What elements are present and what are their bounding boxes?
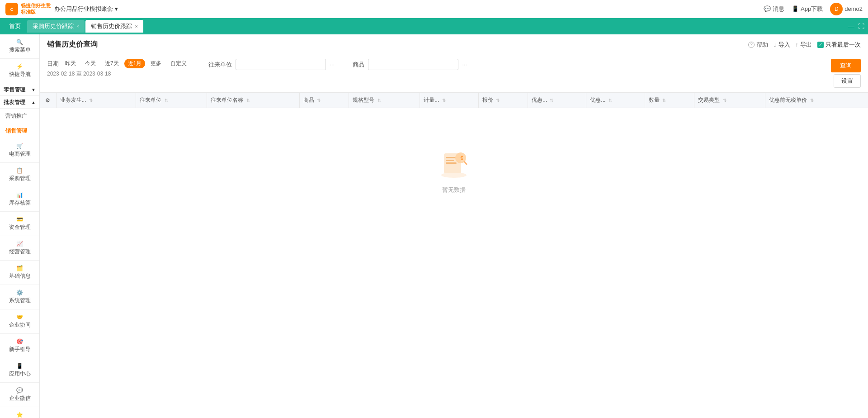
th-spec[interactable]: 规格型号 ⇅ [349,93,420,108]
date-options: 昨天 今天 近7天 近1月 更多 自定义 [61,59,190,68]
sidebar-item-quick-nav[interactable]: ⚡ 快捷导航 [0,59,39,83]
help-button[interactable]: ? 帮助 [748,41,768,49]
user-profile[interactable]: D demo2 [830,3,863,15]
expand-wholesale-icon: ▲ [31,100,36,105]
th-price[interactable]: 报价 ⇅ [478,93,528,108]
minimize-button[interactable]: — [848,23,854,30]
th-partner-code[interactable]: 往来单位 ⇅ [136,93,207,108]
sort-price-icon: ⇅ [496,98,500,103]
only-last-checkbox[interactable]: ✓ [817,42,824,48]
th-gear[interactable]: ⚙ [40,93,56,108]
search-icon: 🔍 [2,39,38,45]
only-last-checkbox-wrap[interactable]: ✓ 只看最后一次 [817,41,861,49]
th-trade-type[interactable]: 交易类型 ⇅ [694,93,765,108]
quick-nav-icon: ⚡ [2,63,38,70]
gear-icon[interactable]: ⚙ [45,97,50,104]
th-unit[interactable]: 计量... ⇅ [420,93,478,108]
th-quantity[interactable]: 数量 ⇅ [645,93,694,108]
svg-text:C: C [10,7,14,12]
date-btn-today[interactable]: 今天 [81,59,99,68]
logo-area: C 畅捷信好生意 标准版 [5,3,51,15]
content-area: 销售历史价查询 ? 帮助 ↓ 导入 ↑ 导出 ✓ [40,34,868,418]
maximize-button[interactable]: ⛶ [858,23,864,30]
logo-icon: C [5,3,18,15]
system-icon: ⚙️ [2,290,38,296]
sidebar-item-ecommerce-mgmt[interactable]: 🛒 电商管理 [0,138,39,163]
settings-button[interactable]: 设置 [834,74,861,88]
sidebar-item-finance-mgmt[interactable]: 💳 资金管理 [0,212,39,236]
top-bar: C 畅捷信好生意 标准版 办公用品行业模拟账套 ▾ 💬 消息 📱 App下载 D… [0,0,868,18]
basic-info-icon: 🗂️ [2,265,38,271]
sort-biz-date-icon: ⇅ [89,98,93,103]
close-sales-tab-icon[interactable]: × [135,24,137,29]
sidebar-item-enterprise-wechat[interactable]: 💬 企业微信 [0,383,39,407]
table-container: ⚙ 业务发生... ⇅ 往来单位 ⇅ 往来单位名称 ⇅ [40,93,868,418]
th-discount2[interactable]: 优惠... ⇅ [586,93,645,108]
sidebar-item-member[interactable]: ⭐ 畅会员 [0,407,39,418]
sidebar: 🔍 搜索菜单 ⚡ 快捷导航 零售管理 ▼ 批发管理 ▲ 营销推广 销售管理 🛒 … [0,34,40,418]
svg-rect-4 [446,157,456,158]
sidebar-item-marketing[interactable]: 营销推广 [0,109,39,124]
svg-line-10 [464,162,467,164]
avatar: D [830,3,843,15]
th-partner-name[interactable]: 往来单位名称 ⇅ [207,93,299,108]
partner-input[interactable] [236,59,326,70]
sidebar-item-app-center[interactable]: 📱 应用中心 [0,358,39,383]
sidebar-item-enterprise-collab[interactable]: 🤝 企业协同 [0,309,39,334]
sidebar-item-sales-mgmt[interactable]: 销售管理 [0,124,39,138]
query-button[interactable]: 查询 [831,59,861,72]
expand-retail-icon: ▼ [31,87,36,92]
partner-filter-label: 往来单位 [208,61,232,69]
th-biz-date[interactable]: 业务发生... ⇅ [56,93,136,108]
svg-rect-5 [446,160,454,161]
sidebar-item-system-mgmt[interactable]: ⚙️ 系统管理 [0,285,39,309]
th-product[interactable]: 商品 ⇅ [299,93,349,108]
filter-area: 日期 昨天 今天 近7天 近1月 更多 自定义 2023-02-18 至 202… [40,54,868,93]
th-discount1[interactable]: 优惠... ⇅ [528,93,586,108]
ecommerce-icon: 🛒 [2,143,38,149]
app-download-button[interactable]: 📱 App下载 [792,5,823,13]
sidebar-item-wholesale-mgmt[interactable]: 批发管理 ▲ [0,96,39,109]
message-icon: 💬 [764,5,771,12]
page-title-row: 销售历史价查询 ? 帮助 ↓ 导入 ↑ 导出 ✓ [47,40,861,49]
svg-point-8 [461,156,463,157]
export-button[interactable]: ↑ 导出 [796,41,812,49]
sidebar-item-retail-mgmt[interactable]: 零售管理 ▼ [0,83,39,96]
sort-trade-type-icon: ⇅ [723,98,726,103]
date-btn-last7days[interactable]: 近7天 [101,59,123,68]
logo-text: 畅捷信好生意 标准版 [21,3,51,14]
close-purchase-tab-icon[interactable]: × [76,24,79,29]
sidebar-item-operation-mgmt[interactable]: 📈 经营管理 [0,236,39,261]
top-bar-left: C 畅捷信好生意 标准版 办公用品行业模拟账套 ▾ [5,3,118,15]
sidebar-item-newbie-guide[interactable]: 🎯 新手引导 [0,334,39,358]
product-input[interactable] [368,59,458,70]
message-button[interactable]: 💬 消息 [764,5,784,13]
operation-icon: 📈 [2,241,38,247]
date-btn-more[interactable]: 更多 [147,59,165,68]
partner-select-icon[interactable]: ··· [330,61,335,68]
sidebar-item-inventory[interactable]: 📊 库存核算 [0,187,39,212]
tab-home[interactable]: 首页 [4,20,26,33]
th-pretax-price[interactable]: 优惠前无税单价 ⇅ [765,93,868,108]
tab-purchase-history[interactable]: 采购历史价跟踪 × [27,20,85,33]
sidebar-item-basic-info[interactable]: 🗂️ 基础信息 [0,261,39,285]
filter-actions: 查询 设置 [831,59,861,88]
main-layout: 🔍 搜索菜单 ⚡ 快捷导航 零售管理 ▼ 批发管理 ▲ 营销推广 销售管理 🛒 … [0,34,868,418]
sort-unit-icon: ⇅ [442,98,446,103]
sidebar-item-search-menu[interactable]: 🔍 搜索菜单 [0,34,39,59]
tab-sales-history[interactable]: 销售历史价跟踪 × [85,20,143,33]
sort-quantity-icon: ⇅ [662,98,666,103]
date-btn-custom[interactable]: 自定义 [167,59,190,68]
tab-bar: 首页 采购历史价跟踪 × 销售历史价跟踪 × — ⛶ [0,18,868,34]
page-title: 销售历史价查询 [47,40,98,49]
workspace-selector[interactable]: 办公用品行业模拟账套 ▾ [54,5,118,13]
product-filter-label: 商品 [353,61,364,69]
partner-filter-group: 往来单位 ··· [208,59,335,70]
import-button[interactable]: ↓ 导入 [774,41,790,49]
sidebar-item-purchase-mgmt[interactable]: 📋 采购管理 [0,163,39,187]
date-btn-yesterday[interactable]: 昨天 [61,59,80,68]
purchase-icon: 📋 [2,167,38,174]
date-filter-group: 日期 昨天 今天 近7天 近1月 更多 自定义 2023-02-18 至 202… [47,59,190,78]
product-select-icon[interactable]: ··· [462,61,467,68]
date-btn-last1month[interactable]: 近1月 [124,59,146,68]
